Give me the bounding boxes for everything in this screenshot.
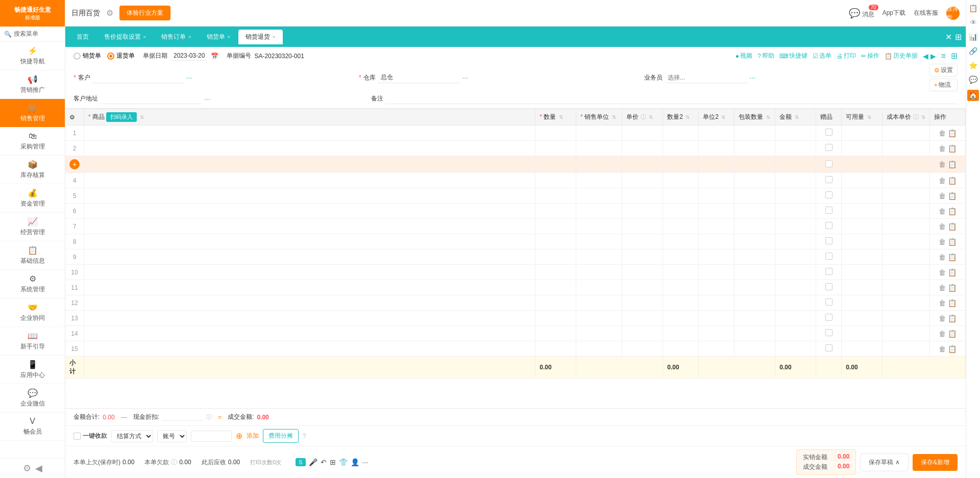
- delete-row-btn[interactable]: 🗑: [939, 314, 946, 322]
- gift-checkbox[interactable]: [825, 144, 832, 151]
- delete-row-btn[interactable]: 🗑: [939, 192, 946, 200]
- unit-cell[interactable]: [576, 219, 622, 234]
- amount-sort[interactable]: ⇅: [795, 114, 799, 120]
- product-cell[interactable]: [84, 141, 535, 156]
- price-cell[interactable]: [622, 125, 663, 141]
- message-btn[interactable]: 💬 70 消息: [849, 8, 874, 19]
- unit2-cell[interactable]: [699, 156, 734, 173]
- unit2-cell[interactable]: [699, 311, 734, 326]
- gift-cell[interactable]: [816, 173, 842, 188]
- qty2-cell[interactable]: [663, 204, 699, 219]
- qty-cell[interactable]: [535, 326, 576, 341]
- copy-row-btn[interactable]: 📋: [948, 144, 957, 153]
- qty-cell[interactable]: [535, 188, 576, 204]
- add-payment-icon[interactable]: ⊕: [236, 431, 242, 441]
- unit-cell[interactable]: [576, 141, 622, 156]
- discount-input[interactable]: [162, 413, 203, 421]
- qty-cell[interactable]: [535, 204, 576, 219]
- unit2-cell[interactable]: [699, 204, 734, 219]
- amount-cell[interactable]: [775, 188, 816, 204]
- warehouse-input[interactable]: [378, 72, 460, 83]
- tab-sales-return-close[interactable]: ×: [272, 34, 275, 40]
- split-btn[interactable]: 费用分摊: [263, 429, 299, 443]
- date-value[interactable]: 2023-03-20: [170, 51, 208, 61]
- unit2-cell[interactable]: [699, 141, 734, 156]
- action-help[interactable]: ? 帮助: [757, 52, 774, 60]
- qty2-cell[interactable]: [663, 341, 699, 357]
- next-arrow[interactable]: ▶: [930, 52, 936, 60]
- gift-checkbox[interactable]: [825, 237, 832, 244]
- unit-cell[interactable]: [576, 265, 622, 280]
- discount-info[interactable]: ⓘ: [206, 413, 212, 421]
- gift-checkbox[interactable]: [825, 207, 832, 214]
- credit-icon[interactable]: ⓘ: [171, 458, 177, 467]
- qty2-cell[interactable]: [663, 141, 699, 156]
- price-cell[interactable]: [622, 249, 663, 265]
- pkg-sort[interactable]: ⇅: [766, 114, 770, 120]
- tabs-close-all-btn[interactable]: ✕: [945, 32, 952, 42]
- amount-cell[interactable]: [775, 280, 816, 295]
- shirt-icon[interactable]: 👕: [339, 458, 348, 466]
- qty2-cell[interactable]: [663, 173, 699, 188]
- amount-cell[interactable]: [775, 326, 816, 341]
- qty-cell[interactable]: [535, 234, 576, 249]
- pkg-cell[interactable]: [734, 173, 775, 188]
- unit-cell[interactable]: [576, 156, 622, 173]
- panel-icon-3[interactable]: 📊: [969, 33, 977, 41]
- delete-row-btn[interactable]: 🗑: [939, 238, 946, 246]
- copy-row-btn[interactable]: 📋: [948, 284, 957, 292]
- price-info-icon[interactable]: ⓘ: [641, 114, 646, 120]
- sidebar-item-operations[interactable]: 📈 经营管理: [0, 213, 65, 241]
- copy-row-btn[interactable]: 📋: [948, 253, 957, 261]
- product-cell[interactable]: [84, 204, 535, 219]
- tab-price-setting[interactable]: 售价提取设置 ×: [97, 30, 153, 44]
- unit-cell[interactable]: [576, 326, 622, 341]
- copy-row-btn[interactable]: 📋: [948, 160, 957, 168]
- qty-cell[interactable]: [535, 295, 576, 311]
- tab-sales-return[interactable]: 销货退货 ×: [238, 30, 282, 44]
- price-cell[interactable]: [622, 204, 663, 219]
- amount-cell[interactable]: [775, 141, 816, 156]
- unit2-cell[interactable]: [699, 219, 734, 234]
- salesman-select-btn[interactable]: ···: [749, 73, 755, 82]
- unit2-cell[interactable]: [699, 173, 734, 188]
- customer-input[interactable]: [92, 72, 184, 83]
- tab-sales-delivery-close[interactable]: ×: [227, 34, 230, 40]
- person-icon[interactable]: 👤: [351, 458, 359, 466]
- copy-row-btn[interactable]: 📋: [948, 222, 957, 231]
- qty-cell[interactable]: [535, 280, 576, 295]
- sidebar-item-apps[interactable]: 📱 应用中心: [0, 356, 65, 384]
- gift-cell[interactable]: [816, 326, 842, 341]
- qty-cell[interactable]: [535, 219, 576, 234]
- save-draft-btn[interactable]: 保存草稿 ∧: [860, 454, 909, 471]
- unit2-cell[interactable]: [699, 188, 734, 204]
- gift-checkbox[interactable]: [825, 191, 832, 198]
- salesman-input[interactable]: [665, 72, 747, 83]
- tab-price-close[interactable]: ×: [143, 34, 146, 40]
- delete-row-btn[interactable]: 🗑: [939, 330, 946, 338]
- sidebar-item-member[interactable]: V 畅会员: [0, 413, 65, 441]
- online-service-btn[interactable]: 在线客服: [914, 9, 938, 17]
- column-settings-icon[interactable]: ⚙: [69, 114, 75, 121]
- gift-cell[interactable]: [816, 188, 842, 204]
- pkg-cell[interactable]: [734, 265, 775, 280]
- view-list-btn[interactable]: ≡: [941, 52, 946, 61]
- sidebar-settings-btn[interactable]: ⚙: [23, 463, 31, 474]
- qty-cell[interactable]: [535, 173, 576, 188]
- delete-row-btn[interactable]: 🗑: [939, 345, 946, 353]
- delete-row-btn[interactable]: 🗑: [939, 253, 946, 261]
- remark-input[interactable]: [385, 93, 958, 104]
- add-payment-label[interactable]: 添加: [247, 432, 259, 440]
- copy-row-btn[interactable]: 📋: [948, 129, 957, 137]
- amount-cell[interactable]: [775, 125, 816, 141]
- product-cell[interactable]: [84, 156, 535, 173]
- tab-sales-delivery[interactable]: 销货单 ×: [200, 30, 237, 44]
- unit-cell[interactable]: [576, 125, 622, 141]
- gift-cell[interactable]: [816, 141, 842, 156]
- gift-cell[interactable]: [816, 125, 842, 141]
- tabs-expand-btn[interactable]: ⊞: [955, 32, 962, 42]
- gift-checkbox[interactable]: [825, 176, 832, 183]
- panel-icon-6[interactable]: 💬: [969, 76, 977, 84]
- pkg-cell[interactable]: [734, 249, 775, 265]
- sidebar-item-system[interactable]: ⚙ 系统管理: [0, 270, 65, 298]
